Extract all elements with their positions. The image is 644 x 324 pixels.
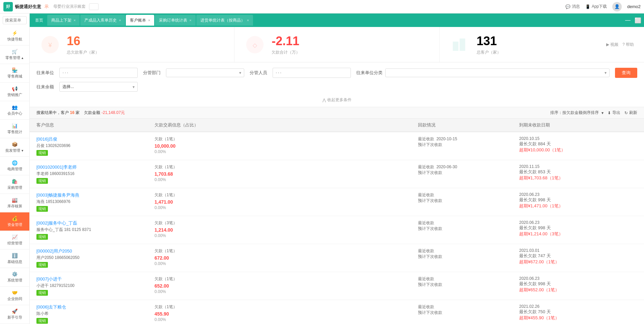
- customer-tag-1: 现销: [36, 178, 48, 184]
- sidebar-item-member[interactable]: 👥 会员中心: [0, 101, 29, 120]
- help-btn[interactable]: ? 帮助: [622, 42, 634, 48]
- nav-icon-quick-nav: ⚡: [12, 30, 18, 36]
- debt-ratio-0: 0.00%: [155, 149, 418, 154]
- sidebar-item-label: 批发管理: [5, 148, 20, 153]
- refresh-btn[interactable]: ↻ 刷新: [624, 110, 637, 116]
- collapse-btn[interactable]: ⋀ 收起更多条件: [36, 96, 637, 104]
- customer-name-4[interactable]: [000002]用户2050: [36, 248, 72, 254]
- sidebar-item-ecom[interactable]: 🌐 电商管理: [0, 157, 29, 175]
- customer-name-5[interactable]: [0007]小进干: [36, 276, 62, 282]
- data-table: 客户信息 欠款交易信息（占比） 回款情况 到期未收款日期 [0016]吕俊 吕俊…: [30, 119, 644, 324]
- debt-ratio-5: 0.00%: [155, 289, 418, 294]
- due-date-info-3: 2020.06.23 最长欠款 998 天 超期¥1,214.00（3笔）: [519, 220, 637, 237]
- customer-name-3[interactable]: [0002]服务中心_丁磊: [36, 220, 77, 226]
- sidebar-item-operations[interactable]: 📈 经营管理: [0, 231, 29, 249]
- sidebar-item-basic-info[interactable]: ℹ️ 基础信息: [0, 249, 29, 268]
- debt-amount-0: 10,000.00: [155, 143, 418, 149]
- debt-ratio-3: 0.00%: [155, 233, 418, 238]
- tab-close-purchase-order[interactable]: ×: [189, 18, 191, 22]
- sidebar-item-label: 零售统计: [7, 129, 22, 135]
- debt-info-4: 欠款（1笔） 672.00 0.00%: [155, 248, 418, 266]
- tab-produce-history-label: 产成品入库单历史: [84, 18, 117, 23]
- export-btn[interactable]: ⬇ 导出: [608, 110, 620, 116]
- overdue-link-1[interactable]: 超期¥1,703.68（1笔）: [519, 175, 563, 180]
- tab-bar: 首页 商品上下架 × 产成品入库单历史 × 客户账本 × 采购订单统计表 ×: [30, 13, 644, 27]
- next-payment-4: 预计下次收款: [418, 254, 519, 260]
- next-payment-3: 预计下次收款: [418, 226, 519, 232]
- tab-product-off[interactable]: 商品上下架 ×: [47, 15, 80, 26]
- overdue-link-5[interactable]: 超期¥652.00（1笔）: [519, 287, 559, 292]
- tab-close-product-off[interactable]: ×: [74, 18, 76, 22]
- dept-select[interactable]: ▾: [166, 68, 244, 77]
- top-bar-right: 💬 消息 📱 App下载 👤 demo2: [565, 2, 641, 11]
- search-input[interactable]: [3, 16, 27, 24]
- balance-placeholder: 选择...: [62, 84, 74, 90]
- account-selector[interactable]: [89, 3, 99, 10]
- view-btn[interactable]: ▶ 视频: [606, 42, 618, 48]
- customer-tag-0: 现销: [36, 150, 48, 156]
- customer-name-2[interactable]: [0003]畅捷服务尹海燕: [36, 193, 79, 198]
- overdue-link-0[interactable]: 超期¥10,000.00（1笔）: [519, 147, 565, 152]
- tab-close-customer-account[interactable]: ×: [148, 18, 150, 22]
- payback-date-0: 2020-10-15: [437, 137, 457, 141]
- customer-phone-2: 海燕 18513066976: [36, 199, 155, 205]
- avatar[interactable]: 👤: [612, 2, 622, 11]
- overdue-link-6[interactable]: 超期¥455.90（1笔）: [519, 315, 559, 320]
- sidebar-item-batch-mgmt[interactable]: 📦 批发管理 ▼: [0, 138, 29, 157]
- sidebar-item-sys[interactable]: ⚙️ 系统管理: [0, 268, 29, 287]
- customer-phone-6: 陈小希: [36, 311, 155, 317]
- sidebar-item-enterprise[interactable]: 🤝 企业协同: [0, 287, 29, 305]
- debt-desc-1: 欠款（1笔）: [155, 164, 418, 170]
- video-icon: ▶: [606, 42, 609, 47]
- main-layout: ⚡ 快捷导航 🛒 零售管理 ▲ 🏪 零售商城 📢 营销推广 👥 会员中心: [0, 13, 644, 324]
- tab-customer-account[interactable]: 客户账本 ×: [126, 15, 154, 26]
- tab-close-produce-history[interactable]: ×: [119, 18, 121, 22]
- unit-category-select[interactable]: ▾: [385, 68, 610, 77]
- sidebar-item-capital[interactable]: 💰 资金管理: [0, 212, 29, 231]
- sidebar-item-label: 资金管理: [7, 222, 22, 227]
- payback-label-0: 最近收款 2020-10-15: [418, 136, 519, 142]
- due-date-info-5: 2020.06.23 最长欠款 998 天 超期¥652.00（1笔）: [519, 276, 637, 293]
- overdue-link-3[interactable]: 超期¥1,214.00（3笔）: [519, 231, 563, 236]
- tab-produce-history[interactable]: 产成品入库单历史 ×: [80, 15, 125, 26]
- customer-tag-3: 现销: [36, 234, 48, 240]
- payback-label-5: 最近收款: [418, 276, 519, 282]
- overdue-days-0: 最长欠款 884 天: [519, 141, 637, 147]
- table-row: [0002]服务中心_丁磊 服务中心_丁磊 181 0125 8371 现销 欠…: [30, 216, 644, 244]
- tab-import-stats[interactable]: 进货单统计表（按商品） ×: [196, 15, 253, 26]
- tab-bar-minimize-btn[interactable]: —: [624, 17, 632, 23]
- messages-btn[interactable]: 💬 消息: [565, 4, 580, 9]
- tab-purchase-order[interactable]: 采购订单统计表 ×: [155, 15, 195, 26]
- sort-select[interactable]: 排序：按欠款金额倒序排序 ▾: [550, 110, 604, 116]
- customer-name-0[interactable]: [0016]吕俊: [36, 137, 57, 142]
- sidebar-item-quick-nav[interactable]: ⚡ 快捷导航: [0, 27, 29, 46]
- customer-name-1[interactable]: [0001020001]李老师: [36, 165, 77, 170]
- payback-label-3: 最近收款: [418, 220, 519, 226]
- due-date-info-1: 2020.11.15 最长欠款 853 天 超期¥1,703.68（1笔）: [519, 164, 637, 181]
- payback-info-4: 最近收款 预计下次收款: [418, 248, 519, 260]
- collapse-icon: ⋀: [323, 98, 326, 102]
- tab-home[interactable]: 首页: [31, 18, 47, 23]
- app-download-btn[interactable]: 📱 App下载: [585, 4, 607, 9]
- debt-info-3: 欠款（3笔） 1,214.00 0.00%: [155, 220, 418, 238]
- collapse-area: ⋀ 收起更多条件: [36, 96, 637, 104]
- sidebar-item-purchase[interactable]: 🛍️ 采购管理: [0, 175, 29, 194]
- manager-input[interactable]: ···: [273, 68, 351, 78]
- tab-bar-maximize-btn[interactable]: ⬜: [633, 17, 643, 24]
- sidebar-item-new-guide[interactable]: 🚀 新手引导: [0, 305, 29, 324]
- table-header: 客户信息 欠款交易信息（占比） 回款情况 到期未收款日期: [30, 119, 644, 132]
- overdue-link-4[interactable]: 超期¥672.00（1笔）: [519, 259, 559, 264]
- overdue-link-2[interactable]: 超期¥1,471.00（1笔）: [519, 203, 563, 208]
- customer-name-6[interactable]: [0006]去下粮仓: [36, 304, 66, 310]
- search-btn[interactable]: 查询: [615, 68, 637, 78]
- source-unit-input[interactable]: ···: [59, 68, 138, 78]
- sidebar-item-retail-mgmt[interactable]: 🛒 零售管理 ▲: [0, 46, 29, 64]
- debt-desc-5: 欠款（1笔）: [155, 276, 418, 282]
- tab-close-import-stats[interactable]: ×: [247, 18, 249, 22]
- balance-select[interactable]: 选择... ▾: [59, 82, 138, 92]
- sidebar-item-retail-stats[interactable]: 📊 零售统计: [0, 120, 29, 138]
- sidebar-item-retail-mall[interactable]: 🏪 零售商城: [0, 64, 29, 83]
- sidebar-item-marketing[interactable]: 📢 营销推广: [0, 83, 29, 101]
- debt-info-5: 欠款（1笔） 652.00 0.00%: [155, 276, 418, 294]
- sidebar-item-inventory[interactable]: 🏭 库存核算: [0, 194, 29, 212]
